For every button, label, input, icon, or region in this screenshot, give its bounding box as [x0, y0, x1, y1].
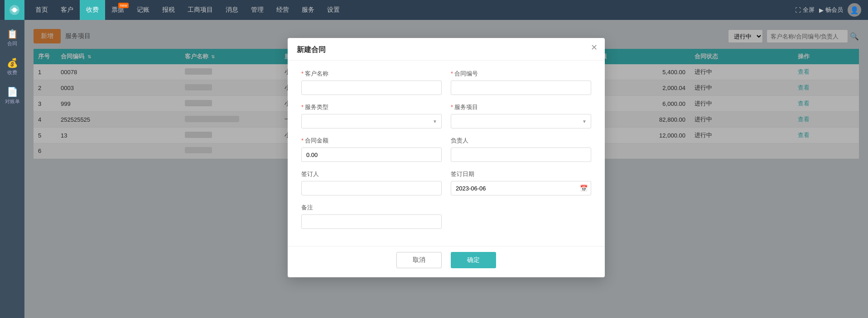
- member-label: 畅会员: [825, 6, 843, 14]
- notes-input[interactable]: [301, 214, 442, 229]
- modal-title: 新建合同: [297, 46, 326, 53]
- service-type-label: *服务类型: [301, 103, 442, 111]
- nav-right: ⛶ 全屏 ▶ 畅会员 👤: [795, 3, 868, 17]
- form-group-customer: *客户名称: [301, 70, 442, 95]
- modal-body: *客户名称 *合同编号: [288, 61, 605, 246]
- fullscreen-button[interactable]: ⛶ 全屏: [795, 6, 815, 14]
- play-icon: ▶: [819, 7, 824, 14]
- service-item-wrapper: ▼: [451, 114, 591, 128]
- customer-name-label: *客户名称: [301, 70, 442, 78]
- form-group-responsible: 负责人: [451, 137, 591, 162]
- sidebar-item-fee[interactable]: 💰 收费: [0, 53, 24, 81]
- signer-input[interactable]: [301, 181, 442, 195]
- sign-date-label: 签订日期: [451, 170, 591, 178]
- user-avatar[interactable]: 👤: [848, 3, 861, 17]
- form-group-sign-date: 签订日期 📅: [451, 170, 591, 195]
- fullscreen-icon: ⛶: [795, 7, 801, 14]
- form-group-notes-label: 备注: [301, 204, 442, 229]
- app-body: 📋 合同 💰 收费 📄 对账单 新增 服务项目 进行中 已完成 已终止 🔍: [0, 20, 868, 318]
- modal-overlay: 新建合同 ✕ *客户名称 *合同编号: [24, 20, 868, 318]
- sidebar-label-contract: 合同: [7, 40, 17, 47]
- fee-icon: 💰: [7, 58, 18, 67]
- new-contract-modal: 新建合同 ✕ *客户名称 *合同编号: [288, 38, 605, 277]
- nav-service[interactable]: 服务: [295, 0, 321, 20]
- nav-customer[interactable]: 客户: [54, 0, 80, 20]
- contract-no-input[interactable]: [451, 81, 591, 95]
- form-row-4: 签订人 签订日期 📅: [301, 170, 591, 195]
- form-row-5: 备注: [301, 204, 591, 229]
- notes-label: 备注: [301, 204, 442, 212]
- modal-close-button[interactable]: ✕: [591, 43, 598, 52]
- form-row-2: *服务类型 ▼ *服务项目: [301, 103, 591, 128]
- form-group-service-type: *服务类型 ▼: [301, 103, 442, 128]
- amount-input[interactable]: [301, 147, 442, 162]
- form-group-contract-no: *合同编号: [451, 70, 591, 95]
- form-row-3: *合同金额 负责人: [301, 137, 591, 162]
- modal-footer: 取消 确定: [288, 246, 605, 277]
- cancel-button[interactable]: 取消: [396, 252, 442, 268]
- responsible-input[interactable]: [451, 147, 591, 162]
- member-button[interactable]: ▶ 畅会员: [819, 6, 843, 14]
- calendar-icon[interactable]: 📅: [580, 185, 588, 192]
- confirm-button[interactable]: 确定: [451, 252, 496, 268]
- service-item-select[interactable]: [451, 114, 591, 128]
- sidebar-item-statement[interactable]: 📄 对账单: [0, 82, 24, 109]
- nav-settings[interactable]: 设置: [321, 0, 346, 20]
- fullscreen-label: 全屏: [803, 6, 815, 14]
- modal-header: 新建合同 ✕: [288, 38, 605, 61]
- contract-no-label: *合同编号: [451, 70, 591, 78]
- nav-manage[interactable]: 管理: [245, 0, 270, 20]
- form-group-service-item: *服务项目 ▼: [451, 103, 591, 128]
- nav-tax[interactable]: 报税: [156, 0, 181, 20]
- nav-fee[interactable]: 收费: [80, 0, 105, 20]
- responsible-label: 负责人: [451, 137, 591, 145]
- signer-label: 签订人: [301, 170, 442, 178]
- form-group-signer: 签订人: [301, 170, 442, 195]
- nav-business[interactable]: 工商项目: [181, 0, 219, 20]
- sign-date-wrapper: 📅: [451, 181, 591, 195]
- nav-home[interactable]: 首页: [29, 0, 54, 20]
- sidebar-label-statement: 对账单: [5, 98, 20, 105]
- form-row-1: *客户名称 *合同编号: [301, 70, 591, 95]
- contract-icon: 📋: [7, 29, 18, 38]
- nav-operation[interactable]: 经营: [270, 0, 295, 20]
- service-type-wrapper: ▼: [301, 114, 442, 128]
- form-group-amount: *合同金额: [301, 137, 442, 162]
- sidebar: 📋 合同 💰 收费 📄 对账单: [0, 20, 24, 318]
- statement-icon: 📄: [7, 87, 18, 96]
- amount-label: *合同金额: [301, 137, 442, 145]
- main-content: 新增 服务项目 进行中 已完成 已终止 🔍 序号 合同编码 ⇅ 客户名: [24, 20, 868, 318]
- top-navigation: 首页 客户 收费 票据 new 记账 报税 工商项目 消息 管理 经营 服务 设…: [0, 0, 868, 20]
- sign-date-input[interactable]: [451, 181, 591, 195]
- customer-name-input[interactable]: [301, 81, 442, 95]
- app-logo: [5, 0, 24, 20]
- nav-message[interactable]: 消息: [219, 0, 245, 20]
- nav-bookkeeping[interactable]: 记账: [130, 0, 156, 20]
- service-item-label: *服务项目: [451, 103, 591, 111]
- sidebar-item-contract[interactable]: 📋 合同: [0, 24, 24, 52]
- nav-invoice[interactable]: 票据 new: [105, 0, 130, 20]
- service-type-select[interactable]: [301, 114, 442, 128]
- new-badge: new: [118, 3, 129, 8]
- sidebar-label-fee: 收费: [7, 69, 17, 76]
